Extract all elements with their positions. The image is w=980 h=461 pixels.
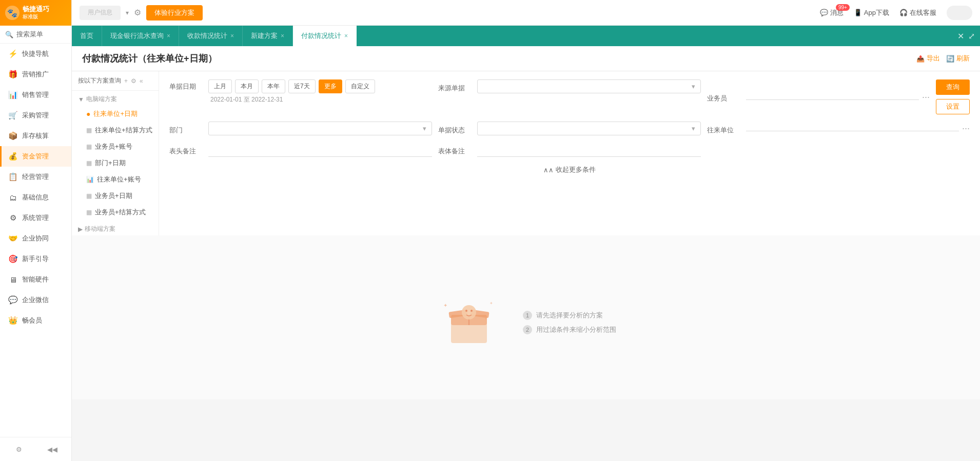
tab-income-close[interactable]: × xyxy=(230,32,234,39)
sidebar-item-zijin[interactable]: 💰 资金管理 xyxy=(0,146,71,167)
salesman-dots-btn[interactable]: ··· xyxy=(922,92,930,103)
box-icon: 📦 xyxy=(8,131,18,141)
message-icon: 💬 xyxy=(820,9,828,16)
tab-income[interactable]: 收款情况统计 × xyxy=(179,26,243,46)
tip-text-1: 请先选择要分析的方案 xyxy=(536,311,603,320)
online-service-btn[interactable]: 🎧 在线客服 xyxy=(899,8,936,17)
sidebar-item-xinshou[interactable]: 🎯 新手引导 xyxy=(0,249,71,269)
dept-label: 部门 xyxy=(169,123,205,135)
topbar-dropdown-btn[interactable]: ▾ xyxy=(126,9,129,16)
scheme-section-mobile: ▶ 移动端方案 xyxy=(72,221,159,235)
user-avatar[interactable] xyxy=(947,6,972,20)
scheme-title: 按以下方案查询 xyxy=(78,76,121,85)
collapse-more-btn[interactable]: ∧∧ 收起更多条件 xyxy=(169,161,970,178)
sidebar-item-weixin[interactable]: 💬 企业微信 xyxy=(0,290,71,310)
setting-btn[interactable]: 设置 xyxy=(936,99,970,114)
topbar-settings-btn[interactable]: ⚙ xyxy=(134,8,141,17)
scheme-item-salesman-account[interactable]: ▦ 业务员+账号 xyxy=(72,138,159,155)
export-btn[interactable]: 📤 导出 xyxy=(916,54,940,63)
dept-arrow-icon: ▾ xyxy=(423,125,426,132)
doc-status-select[interactable]: ▾ xyxy=(477,122,701,135)
sidebar-item-jingying[interactable]: 📋 经营管理 xyxy=(0,167,71,187)
money-icon: 💰 xyxy=(8,151,18,162)
date-btn-last-month[interactable]: 上月 xyxy=(208,79,232,93)
date-btn-this-year[interactable]: 本年 xyxy=(262,79,285,93)
sidebar-collapse-btn[interactable]: ◀◀ xyxy=(38,442,68,457)
tab-home[interactable]: 首页 xyxy=(72,26,102,46)
sidebar-settings-btn[interactable]: ⚙ xyxy=(4,442,34,457)
query-actions: 查询 设置 xyxy=(936,79,970,114)
tabs-bar: 首页 现金银行流水查询 × 收款情况统计 × 新建方案 × 付款情况统计 × ✕… xyxy=(72,26,980,46)
tabs-maximize-btn[interactable]: ⤢ xyxy=(968,31,975,41)
source-select[interactable]: ▾ xyxy=(477,79,701,93)
sidebar-item-xiaoshou[interactable]: 📊 销售管理 xyxy=(0,85,71,105)
dept-select[interactable]: ▾ xyxy=(208,122,432,135)
grid-icon-5: ▦ xyxy=(86,192,92,199)
export-icon: 📤 xyxy=(916,55,925,63)
cart-icon: 🛒 xyxy=(8,110,18,121)
dept-filter-col: 部门 ▾ xyxy=(169,122,432,135)
gear-icon: ⚙ xyxy=(8,213,18,223)
svg-point-5 xyxy=(462,305,476,319)
triangle-icon: ▼ xyxy=(78,96,84,103)
scheme-collapse-btn[interactable]: « xyxy=(140,77,143,85)
sidebar-item-jichu[interactable]: 🗂 基础信息 xyxy=(0,187,71,208)
scheme-settings-btn[interactable]: ⚙ xyxy=(131,77,136,85)
logo-text: 畅捷通巧 xyxy=(23,5,49,13)
gift-icon: 🎁 xyxy=(8,69,18,79)
date-btn-row: 上月 本月 本年 近7天 更多 自定义 xyxy=(208,79,375,93)
message-btn[interactable]: 💬 消息 99+ xyxy=(820,8,844,17)
refresh-btn[interactable]: 🔄 刷新 xyxy=(946,54,970,63)
target-icon: 🎯 xyxy=(8,254,18,264)
sidebar-item-yingxiao[interactable]: 🎁 营销推广 xyxy=(0,64,71,85)
salesman-input[interactable] xyxy=(746,94,919,100)
search-menu-btn[interactable]: 🔍 搜索菜单 xyxy=(0,26,71,44)
tab-payment-close[interactable]: × xyxy=(344,32,348,39)
tabs-close-btn[interactable]: ✕ xyxy=(957,31,964,41)
sidebar-item-huiyuan[interactable]: 👑 畅会员 xyxy=(0,310,71,331)
tip-text-2: 用过滤条件来缩小分析范围 xyxy=(536,325,616,334)
counterpart-dots-btn[interactable]: ··· xyxy=(962,123,970,134)
scheme-add-btn[interactable]: + xyxy=(124,77,128,85)
svg-point-6 xyxy=(465,310,467,312)
tab-payment[interactable]: 付款情况统计 × xyxy=(293,26,357,46)
date-btn-custom[interactable]: 自定义 xyxy=(345,79,375,93)
scheme-item-counterpart-account[interactable]: 📊 往来单位+账号 xyxy=(72,171,159,188)
sidebar-item-zhineng[interactable]: 🖥 智能硬件 xyxy=(0,269,71,290)
tab-newscheme[interactable]: 新建方案 × xyxy=(243,26,293,46)
triangle-right-icon: ▶ xyxy=(78,226,83,233)
scheme-item-counterpart-settle[interactable]: ▦ 往来单位+结算方式 xyxy=(72,122,159,138)
app-download-btn[interactable]: 📱 App下载 xyxy=(854,8,889,17)
sidebar-item-caigou[interactable]: 🛒 采购管理 xyxy=(0,105,71,126)
body-remark-input[interactable] xyxy=(477,143,701,157)
content-area: 付款情况统计（往来单位+日期） 📤 导出 🔄 刷新 按以下方案查询 + ⚙ xyxy=(72,46,980,461)
tab-newscheme-close[interactable]: × xyxy=(281,32,284,39)
doc-status-filter-col: 单据状态 ▾ xyxy=(438,122,701,135)
scheme-item-salesman-date[interactable]: ▦ 业务员+日期 xyxy=(72,188,159,204)
tab-bank-close[interactable]: × xyxy=(167,32,170,39)
date-btn-more[interactable]: 更多 xyxy=(319,79,342,93)
date-btn-this-month[interactable]: 本月 xyxy=(235,79,259,93)
sidebar-item-qiye[interactable]: 🤝 企业协同 xyxy=(0,228,71,249)
scheme-panel: 按以下方案查询 + ⚙ « ▼ 电脑端方案 ● 往来单位+日期 ▦ 往来单位+结… xyxy=(72,71,159,235)
counterpart-input[interactable] xyxy=(746,126,959,131)
grid-icon-1: ▦ xyxy=(86,127,92,134)
sidebar: 🐾 畅捷通巧 标准版 🔍 搜索菜单 ⚡ 快捷导航 🎁 营销推广 📊 销售管理 🛒… xyxy=(0,0,72,461)
scheme-item-counterpart-date[interactable]: ● 往来单位+日期 xyxy=(72,106,159,122)
trial-btn[interactable]: 体验行业方案 xyxy=(146,5,203,21)
filter-form: 单据日期 上月 本月 本年 近7天 更多 自定义 2022-01-01 至 20… xyxy=(159,71,980,235)
scheme-item-salesman-settle[interactable]: ▦ 业务员+结算方式 xyxy=(72,204,159,221)
tab-bank[interactable]: 现金银行流水查询 × xyxy=(102,26,179,46)
sidebar-item-kucun[interactable]: 📦 库存核算 xyxy=(0,126,71,146)
scheme-item-dept-date[interactable]: ▦ 部门+日期 xyxy=(72,155,159,171)
query-btn[interactable]: 查询 xyxy=(936,79,970,95)
empty-tips-list: 1 请先选择要分析的方案 2 用过滤条件来缩小分析范围 xyxy=(523,311,616,334)
folder-icon: 🗂 xyxy=(8,192,18,203)
sidebar-item-xitong[interactable]: ⚙ 系统管理 xyxy=(0,208,71,228)
date-btn-7days[interactable]: 近7天 xyxy=(288,79,316,93)
date-filter-col: 单据日期 上月 本月 本年 近7天 更多 自定义 2022-01-01 至 20… xyxy=(169,79,432,104)
sidebar-item-kuaijie[interactable]: ⚡ 快捷导航 xyxy=(0,44,71,64)
user-avatar-placeholder[interactable]: 用户信息 xyxy=(80,6,121,20)
topbar-right: 💬 消息 99+ 📱 App下载 🎧 在线客服 xyxy=(820,6,972,20)
header-remark-input[interactable] xyxy=(208,143,432,157)
